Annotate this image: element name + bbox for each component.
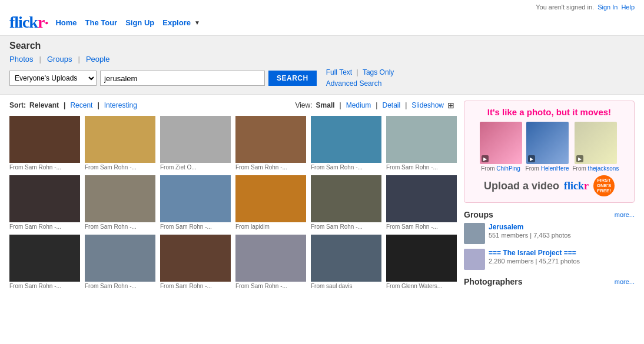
photo-thumb[interactable] bbox=[85, 116, 155, 163]
ad-photo-1: ▶ From ChihPing bbox=[480, 122, 522, 172]
photo-item: From Sam Rohn -... bbox=[9, 116, 80, 171]
photo-thumb[interactable] bbox=[235, 235, 306, 282]
photo-item: From Ziet O... bbox=[160, 116, 231, 171]
photo-item: From Sam Rohn -... bbox=[160, 175, 231, 230]
photo-thumb[interactable] bbox=[85, 235, 155, 282]
photo-item: From Sam Rohn -... bbox=[235, 235, 306, 289]
nav-explore[interactable]: Explore bbox=[162, 18, 191, 27]
photo-caption: From Sam Rohn -... bbox=[9, 164, 80, 171]
play-icon-2: ▶ bbox=[528, 155, 535, 162]
photo-thumb[interactable] bbox=[160, 175, 231, 222]
explore-dropdown-icon[interactable]: ▼ bbox=[194, 19, 200, 26]
view-medium[interactable]: Medium bbox=[346, 101, 371, 109]
signed-in-text: You aren't signed in. bbox=[536, 4, 594, 11]
first-free-badge: FIRST ONE'S FREE! bbox=[593, 175, 615, 196]
tab-people[interactable]: People bbox=[86, 55, 109, 64]
photo-thumb[interactable] bbox=[386, 235, 457, 282]
logo-r: r bbox=[38, 13, 45, 31]
search-scope-dropdown[interactable]: Everyone's UploadsYour Photos OnlyYour C… bbox=[9, 71, 97, 86]
photo-caption: From Sam Rohn -... bbox=[235, 283, 306, 289]
ad-user-2-link[interactable]: HelenHere bbox=[541, 165, 569, 172]
group-name-israel[interactable]: === The Israel Project === bbox=[489, 249, 580, 257]
sort-relevant[interactable]: Relevant bbox=[29, 101, 59, 109]
groups-section: Groups more... Jerusalem 551 members | 7… bbox=[464, 210, 635, 270]
ad-photo-3: ▶ From thejacksons bbox=[573, 122, 619, 172]
groups-heading: Groups bbox=[464, 210, 493, 219]
photo-grid: From Sam Rohn -...From Sam Rohn -...From… bbox=[9, 116, 454, 289]
photo-item: From Sam Rohn -... bbox=[386, 116, 457, 171]
photo-caption: From Sam Rohn -... bbox=[9, 283, 80, 289]
photo-item: From Glenn Waters... bbox=[386, 235, 457, 289]
sort-interesting[interactable]: Interesting bbox=[104, 101, 137, 109]
nav-signup[interactable]: Sign Up bbox=[125, 18, 154, 27]
view-slideshow[interactable]: Slideshow bbox=[411, 101, 444, 109]
groups-more-link[interactable]: more... bbox=[615, 211, 635, 218]
photo-thumb[interactable] bbox=[311, 235, 381, 282]
view-options-icon[interactable]: ⊞ bbox=[447, 101, 454, 110]
photographers-heading: Photographers bbox=[464, 277, 523, 286]
photo-thumb[interactable] bbox=[160, 235, 231, 282]
photo-item: From Sam Rohn -... bbox=[311, 116, 381, 171]
photo-thumb[interactable] bbox=[235, 116, 306, 163]
full-text-link[interactable]: Full Text bbox=[326, 68, 352, 76]
photo-item: From Sam Rohn -... bbox=[311, 175, 381, 230]
photo-item: From Sam Rohn -... bbox=[85, 175, 155, 230]
ad-user-1-link[interactable]: ChihPing bbox=[496, 165, 520, 172]
photo-thumb[interactable] bbox=[85, 175, 155, 222]
photo-item: From Sam Rohn -... bbox=[9, 175, 80, 230]
photographers-more-link[interactable]: more... bbox=[615, 278, 635, 285]
play-icon: ▶ bbox=[482, 155, 489, 162]
group-meta-israel: 2,280 members | 45,271 photos bbox=[489, 258, 580, 265]
photographers-section: Photographers more... bbox=[464, 277, 635, 286]
ad-title: It's like a photo, but it moves! bbox=[470, 107, 628, 117]
sort-label: Sort: bbox=[9, 101, 26, 109]
play-icon-3: ▶ bbox=[576, 155, 583, 162]
photo-caption: From Sam Rohn -... bbox=[85, 283, 155, 289]
search-input[interactable] bbox=[100, 71, 265, 86]
photo-thumb[interactable] bbox=[311, 116, 381, 163]
search-options: Full Text | Tags Only Advanced Search bbox=[326, 67, 394, 89]
group-item-jerusalem: Jerusalem 551 members | 7,463 photos bbox=[464, 223, 635, 244]
photo-caption: From Ziet O... bbox=[160, 164, 231, 171]
photo-caption: From saul davis bbox=[311, 283, 381, 289]
photo-caption: From Sam Rohn -... bbox=[311, 164, 381, 171]
photo-thumb[interactable] bbox=[9, 235, 80, 282]
photo-thumb[interactable] bbox=[386, 116, 457, 163]
photo-item: From Sam Rohn -... bbox=[85, 235, 155, 289]
ad-user-3-link[interactable]: thejacksons bbox=[588, 165, 619, 172]
photo-thumb[interactable] bbox=[160, 116, 231, 163]
nav-home[interactable]: Home bbox=[55, 18, 77, 27]
photo-item: From Sam Rohn -... bbox=[160, 235, 231, 289]
nav-tour[interactable]: The Tour bbox=[85, 18, 118, 27]
photo-thumb[interactable] bbox=[386, 175, 457, 222]
photo-item: From lapidim bbox=[235, 175, 306, 230]
view-detail[interactable]: Detail bbox=[382, 101, 400, 109]
group-name-jerusalem[interactable]: Jerusalem bbox=[489, 223, 571, 231]
help-link[interactable]: Help bbox=[621, 4, 635, 11]
photo-thumb[interactable] bbox=[9, 116, 80, 163]
photo-caption: From Sam Rohn -... bbox=[386, 164, 457, 171]
tags-only-link[interactable]: Tags Only bbox=[363, 68, 394, 76]
search-button[interactable]: SEARCH bbox=[268, 71, 317, 86]
logo-dot: ● bbox=[45, 19, 48, 26]
photo-caption: From Glenn Waters... bbox=[386, 283, 457, 289]
photo-thumb[interactable] bbox=[9, 175, 80, 222]
advanced-search-link[interactable]: Advanced Search bbox=[326, 78, 394, 89]
tab-photos[interactable]: Photos bbox=[9, 55, 33, 64]
photo-thumb[interactable] bbox=[311, 175, 381, 222]
photo-caption: From Sam Rohn -... bbox=[9, 223, 80, 230]
tab-groups[interactable]: Groups bbox=[47, 55, 72, 64]
sidebar-flickr-logo: flickr bbox=[564, 180, 589, 192]
group-meta-jerusalem: 551 members | 7,463 photos bbox=[489, 232, 571, 239]
photo-item: From Sam Rohn -... bbox=[9, 235, 80, 289]
photo-item: From Sam Rohn -... bbox=[386, 175, 457, 230]
sign-in-link[interactable]: Sign In bbox=[597, 4, 618, 11]
group-icon-israel bbox=[464, 249, 485, 270]
view-small[interactable]: Small bbox=[316, 101, 335, 109]
view-label: View: bbox=[295, 101, 312, 109]
photo-caption: From Sam Rohn -... bbox=[85, 164, 155, 171]
photo-caption: From Sam Rohn -... bbox=[160, 223, 231, 230]
sort-recent[interactable]: Recent bbox=[70, 101, 92, 109]
photo-thumb[interactable] bbox=[235, 175, 306, 222]
photo-item: From saul davis bbox=[311, 235, 381, 289]
